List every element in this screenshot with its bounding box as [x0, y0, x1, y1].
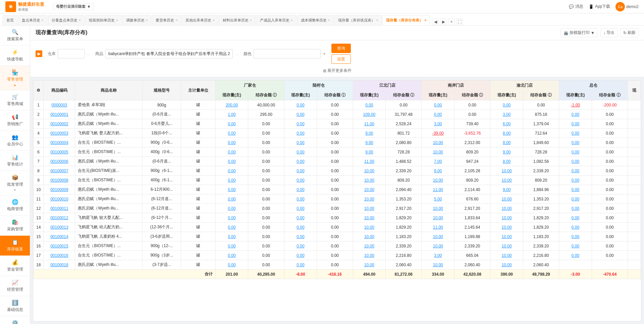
row-total-qty[interactable]: 0.00	[559, 194, 592, 204]
row-total-qty[interactable]: 0.00	[559, 176, 592, 185]
row-l-qty[interactable]: 0.00	[284, 232, 317, 241]
row-l-qty[interactable]: 0.00	[284, 251, 317, 260]
product-input[interactable]	[105, 49, 233, 58]
row-yb-qty[interactable]: 10.00	[490, 194, 523, 204]
row-l-qty[interactable]: 0.00	[284, 119, 317, 129]
sidebar-item-retail-stats[interactable]: 📊 零售统计	[0, 151, 30, 171]
row-jb-qty[interactable]: 0.00	[353, 100, 386, 110]
row-nb-qty[interactable]: 10.00	[422, 241, 454, 251]
row-code[interactable]: 00100011	[44, 204, 75, 213]
row-l-qty[interactable]: 0.00	[284, 110, 317, 119]
row-yb-qty[interactable]: 10.00	[490, 223, 523, 232]
row-jb-qty[interactable]: 10.00	[353, 223, 386, 232]
user-area[interactable]: Ea demo2	[615, 2, 639, 11]
sidebar-item-marketing[interactable]: 📢 营销推广	[0, 110, 30, 131]
row-nb-qty[interactable]: 3.00	[422, 119, 454, 129]
row-f-qty[interactable]: 0.00	[215, 129, 248, 138]
tab-stock-status[interactable]: 现存量（库存状况表） ×	[334, 15, 382, 25]
tab-stock-dist[interactable]: 现存量（库存分布表） ×	[382, 15, 430, 25]
row-total-qty[interactable]: 0.00	[559, 213, 592, 223]
row-yb-qty[interactable]: 8.00	[490, 138, 523, 147]
row-nb-qty[interactable]: 10.00	[422, 204, 454, 213]
row-jb-qty[interactable]: 10.00	[353, 204, 386, 213]
row-total-qty[interactable]: 0.00	[559, 157, 592, 166]
row-yb-qty[interactable]: 10.00	[490, 232, 523, 241]
row-f-qty[interactable]: 0.00	[215, 166, 248, 176]
row-yb-qty[interactable]: 3.00	[490, 110, 523, 119]
row-l-qty[interactable]: 0.00	[284, 147, 317, 157]
color-input[interactable]	[254, 49, 321, 58]
row-jb-qty[interactable]: 11.00	[353, 119, 386, 129]
query-button[interactable]: 查询	[331, 44, 351, 53]
tab-next-btn[interactable]: ▶	[440, 18, 447, 25]
row-nb-qty[interactable]: 10.00	[422, 260, 454, 270]
print-btn[interactable]: 🖨️ 按模版打印 ▼	[560, 28, 598, 37]
row-total-qty[interactable]: 0.00	[559, 138, 592, 147]
row-f-qty[interactable]: 200.00	[215, 100, 248, 110]
row-total-qty[interactable]: 0.00	[559, 241, 592, 251]
sidebar-item-shortcut[interactable]: ⚡ 快捷导航	[0, 46, 30, 66]
row-code[interactable]: 00100002	[44, 119, 75, 129]
row-nb-qty[interactable]: 5.00	[422, 194, 454, 204]
row-yb-qty[interactable]: 10.00	[490, 241, 523, 251]
row-jb-qty[interactable]: 109.00	[353, 110, 386, 119]
row-l-qty[interactable]: 0.00	[284, 213, 317, 223]
row-f-qty[interactable]: 0.00	[215, 251, 248, 260]
export-btn[interactable]: ↓ 导出	[600, 28, 618, 37]
tab-requisition[interactable]: 要货单历史 ×	[152, 15, 181, 25]
row-l-qty[interactable]: 0.00	[284, 176, 317, 185]
row-yb-qty[interactable]: 10.00	[490, 166, 523, 176]
row-nb-qty[interactable]: 7.00	[422, 157, 454, 166]
row-yb-qty[interactable]: 10.00	[490, 251, 523, 260]
row-jb-qty[interactable]: 10.00	[353, 213, 386, 223]
row-yb-qty[interactable]: 8.00	[490, 157, 523, 166]
th-gear[interactable]: ⚙	[34, 81, 44, 100]
row-yb-qty[interactable]: 9.00	[490, 147, 523, 157]
row-yb-qty[interactable]: 10.00	[490, 204, 523, 213]
row-nb-qty[interactable]: 10.00	[422, 138, 454, 147]
expand-conditions-btn[interactable]: ⊞ 展开更多条件	[323, 68, 352, 74]
row-code[interactable]: 00100004	[44, 138, 75, 147]
row-code[interactable]: 00100016	[44, 251, 75, 260]
row-l-qty[interactable]: 0.00	[284, 129, 317, 138]
row-code[interactable]: 00100007	[44, 166, 75, 176]
row-f-qty[interactable]: 0.00	[215, 260, 248, 270]
row-f-qty[interactable]: 0.00	[215, 223, 248, 232]
tab-other-out[interactable]: 其他出库单历史 ×	[182, 15, 218, 25]
warehouse-input[interactable]	[58, 49, 85, 58]
row-nb-qty[interactable]: -39.00	[422, 129, 454, 138]
sidebar-item-operation[interactable]: 📈 经营管理	[0, 276, 30, 296]
row-code[interactable]: 00100012	[44, 213, 75, 223]
row-f-qty[interactable]: 0.00	[215, 241, 248, 251]
row-nb-qty[interactable]: 10.00	[422, 176, 454, 185]
sidebar-item-retail-shop[interactable]: 🛒 零售商城	[0, 90, 30, 110]
color-dropdown-btn[interactable]: ▼	[323, 52, 326, 56]
row-l-qty[interactable]: 0.00	[284, 204, 317, 213]
sidebar-item-finance[interactable]: 💰 资金管理	[0, 256, 30, 276]
row-nb-qty[interactable]: 3.00	[422, 251, 454, 260]
row-jb-qty[interactable]: 10.00	[353, 194, 386, 204]
tab-dist-inventory[interactable]: 分量盘点单历史 ×	[48, 15, 85, 25]
row-f-qty[interactable]: 0.00	[215, 185, 248, 194]
row-f-qty[interactable]: 0.00	[215, 232, 248, 241]
row-l-qty[interactable]: 0.00	[284, 260, 317, 270]
table-container[interactable]: ⚙ 商品编码 商品名称 规格型号 主计量单位 厂家仓 陆村仓 江北门店 南岸门店…	[33, 80, 641, 321]
tab-home[interactable]: 首页	[3, 15, 17, 25]
row-total-qty[interactable]: 0.00	[559, 223, 592, 232]
row-f-qty[interactable]: 0.00	[215, 176, 248, 185]
row-l-qty[interactable]: 0.00	[284, 100, 317, 110]
sidebar-item-purchase[interactable]: 🛍️ 采购管理	[0, 216, 30, 236]
row-f-qty[interactable]: 0.00	[215, 213, 248, 223]
row-nb-qty[interactable]: 10.00	[422, 232, 454, 241]
row-total-qty[interactable]: 0.00	[559, 147, 592, 157]
tab-prev-btn[interactable]: ◀	[432, 18, 439, 25]
row-yb-qty[interactable]: 10.00	[490, 176, 523, 185]
row-l-qty[interactable]: 0.00	[284, 157, 317, 166]
row-code[interactable]: 00100008	[44, 176, 75, 185]
row-yb-qty[interactable]: 10.00	[490, 260, 523, 270]
row-jb-qty[interactable]: 10.00	[353, 251, 386, 260]
row-yb-qty[interactable]: 9.00	[490, 185, 523, 194]
sidebar-item-basic[interactable]: ℹ️ 基础信息	[0, 296, 30, 316]
row-total-qty[interactable]: 0.00	[559, 110, 592, 119]
sidebar-item-system[interactable]: ⚙️ 系统管理	[0, 316, 30, 324]
